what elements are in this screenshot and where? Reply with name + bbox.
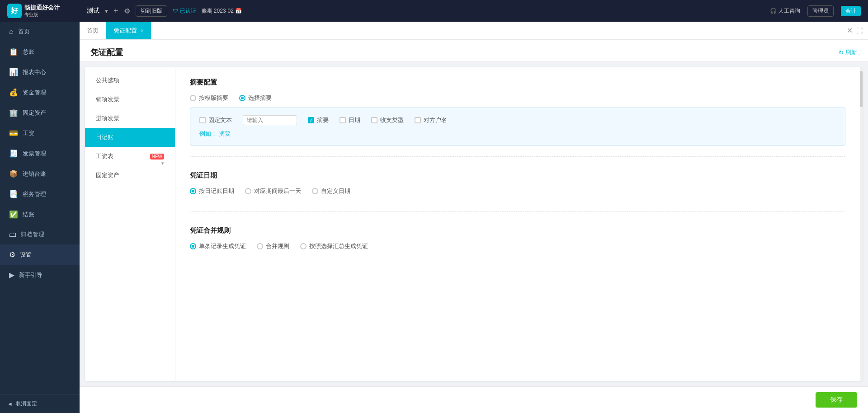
example-text: 例如： 摘要 — [199, 130, 836, 138]
sidebar-item-settings[interactable]: ⚙ 设置 — [0, 244, 80, 265]
consult-label: 人工咨询 — [778, 7, 800, 15]
sidebar-label-home: 首页 — [18, 28, 30, 36]
ledger-icon: 📋 — [9, 47, 18, 56]
checkbox-fixed-text[interactable]: 固定文本 — [199, 116, 232, 124]
accountant-button[interactable]: 会计 — [841, 6, 861, 16]
settings-icon: ⚙ — [9, 250, 15, 259]
sidebar-item-report[interactable]: 📊 报表中心 — [0, 62, 80, 82]
tab-bar-actions: ✕ ⛶ — [847, 26, 868, 35]
consult-button[interactable]: 🎧 人工咨询 — [770, 7, 800, 15]
checkbox-payment-type[interactable]: 收支类型 — [371, 116, 404, 124]
window-close-icon[interactable]: ✕ — [847, 26, 853, 35]
summary-checkboxes: 固定文本 ✓ 摘要 日期 — [199, 115, 836, 125]
salary-icon: 💳 — [9, 129, 18, 137]
sidebar-label-tax: 税务管理 — [23, 190, 46, 198]
fixed-text-input[interactable] — [243, 115, 297, 125]
topbar: 好 畅捷通好会计 专业版 测试 ▾ + ⚙ 切到旧版 🛡 已认证 账期 2023… — [0, 0, 868, 22]
config-panel: 摘要配置 按模版摘要 选择摘要 — [175, 67, 860, 381]
sidebar-item-invoice[interactable]: 🧾 发票管理 — [0, 143, 80, 164]
nav-item-journal[interactable]: 日记账 — [85, 128, 175, 147]
new-badge: NEW — [150, 154, 164, 160]
date-radio-group: 按日记账日期 对应期间最后一天 自定义日期 — [190, 187, 845, 195]
trade-icon: 📦 — [9, 169, 18, 178]
radio-journal-date-circle — [190, 188, 196, 194]
sidebar-item-trade[interactable]: 📦 进销台账 — [0, 164, 80, 184]
cancel-fixed-label: 取消固定 — [15, 400, 37, 408]
company-name: 测试 — [87, 7, 99, 15]
expand-icon: ▾ — [161, 160, 164, 166]
summary-radio-template[interactable]: 按模版摘要 — [190, 94, 228, 102]
sidebar-label-settle: 结账 — [23, 211, 34, 219]
sidebar-label-settings: 设置 — [20, 251, 32, 259]
switch-version-button[interactable]: 切到旧版 — [136, 5, 167, 17]
sidebar-item-guide[interactable]: ▶ 新手引导 — [0, 265, 80, 285]
sidebar-item-capital[interactable]: 💰 资金管理 — [0, 82, 80, 103]
sidebar-label-archive: 归档管理 — [21, 230, 44, 239]
headset-icon: 🎧 — [770, 8, 777, 14]
date-radio-custom[interactable]: 自定义日期 — [312, 187, 350, 195]
logo-icon: 好 — [7, 4, 22, 18]
sidebar-label-capital: 资金管理 — [23, 89, 46, 97]
sidebar-item-settle[interactable]: ✅ 结账 — [0, 204, 80, 225]
merge-radio-select[interactable]: 按照选择汇总生成凭证 — [300, 242, 368, 250]
nav-item-salary-table[interactable]: 工资表 NEW ▾ — [85, 147, 175, 166]
cancel-fixed-button[interactable]: ◄ 取消固定 — [7, 400, 72, 408]
settle-icon: ✅ — [9, 210, 18, 219]
sidebar-label-report: 报表中心 — [23, 68, 46, 76]
refresh-icon: ↻ — [839, 49, 844, 56]
checkbox-counterparty[interactable]: 对方户名 — [415, 116, 447, 124]
summary-options-box: 固定文本 ✓ 摘要 日期 — [190, 108, 845, 145]
guide-icon: ▶ — [9, 271, 14, 279]
summary-radio-select[interactable]: 选择摘要 — [239, 94, 272, 102]
sidebar-item-home[interactable]: ⌂ 首页 — [0, 22, 80, 42]
logo-sub-text: 专业版 — [24, 12, 60, 18]
left-nav: 公共选项 销项发票 进项发票 日记账 工资表 NEW — [85, 67, 175, 381]
radio-custom-circle — [312, 188, 318, 194]
tax-icon: 📑 — [9, 190, 18, 198]
sidebar-bottom: ◄ 取消固定 — [0, 394, 80, 413]
checkbox-date[interactable]: 日期 — [340, 116, 360, 124]
right-scrollbar[interactable] — [860, 67, 863, 381]
nav-item-fixed-asset[interactable]: 固定资产 — [85, 166, 175, 185]
nav-item-public[interactable]: 公共选项 — [85, 71, 175, 90]
sidebar-item-ledger[interactable]: 📋 总账 — [0, 42, 80, 62]
archive-icon: 🗃 — [9, 230, 16, 239]
sidebar-item-archive[interactable]: 🗃 归档管理 — [0, 225, 80, 244]
tab-home[interactable]: 首页 — [80, 22, 106, 39]
merge-radio-rule[interactable]: 合并规则 — [257, 242, 289, 250]
date-radio-journal[interactable]: 按日记账日期 — [190, 187, 234, 195]
example-prefix: 例如： — [199, 130, 217, 137]
window-expand-icon[interactable]: ⛶ — [856, 27, 863, 34]
radio-custom-label: 自定义日期 — [321, 187, 350, 195]
sidebar-label-guide: 新手引导 — [19, 271, 42, 279]
nav-item-sales[interactable]: 销项发票 — [85, 90, 175, 109]
nav-item-purchase[interactable]: 进项发票 — [85, 109, 175, 128]
company-chevron-icon[interactable]: ▾ — [105, 8, 108, 14]
refresh-button[interactable]: ↻ 刷新 — [839, 48, 857, 56]
radio-select-circle — [239, 95, 245, 101]
period-value: 2023-02 — [214, 8, 234, 14]
merge-radio-single[interactable]: 单条记录生成凭证 — [190, 242, 246, 250]
sidebar-item-assets[interactable]: 🏢 固定资产 — [0, 103, 80, 123]
checkbox-summary[interactable]: ✓ 摘要 — [308, 116, 329, 124]
summary-checkbox: ✓ — [308, 117, 314, 123]
fixed-text-checkbox — [199, 117, 206, 123]
gear-icon[interactable]: ⚙ — [124, 7, 130, 15]
radio-rule-circle — [257, 243, 263, 249]
tab-home-label: 首页 — [87, 27, 99, 35]
date-radio-last-day[interactable]: 对应期间最后一天 — [245, 187, 301, 195]
sidebar-item-salary[interactable]: 💳 工资 — [0, 123, 80, 143]
radio-last-day-circle — [245, 188, 251, 194]
add-icon[interactable]: + — [113, 6, 118, 16]
example-value: 摘要 — [219, 130, 231, 137]
sidebar-item-tax[interactable]: 📑 税务管理 — [0, 184, 80, 204]
save-button[interactable]: 保存 — [816, 392, 857, 408]
sidebar-scroll: ⌂ 首页 📋 总账 📊 报表中心 💰 资金管理 🏢 固定资产 💳 工资 — [0, 22, 80, 394]
tab-close-icon[interactable]: × — [141, 28, 144, 34]
radio-template-circle — [190, 95, 196, 101]
admin-button[interactable]: 管理员 — [807, 5, 834, 17]
tab-voucher-config[interactable]: 凭证配置 × — [106, 22, 151, 39]
capital-icon: 💰 — [9, 88, 18, 97]
app-logo: 好 畅捷通好会计 专业版 — [7, 4, 80, 18]
summary-radio-group: 按模版摘要 选择摘要 — [190, 94, 845, 102]
